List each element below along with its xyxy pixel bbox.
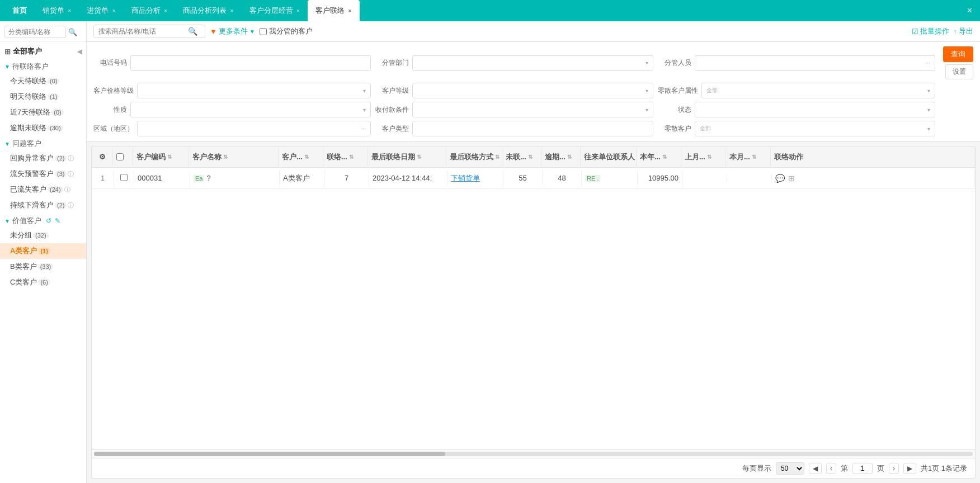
price-level-select[interactable]: ▾ <box>137 83 371 98</box>
close-analysis-icon[interactable]: × <box>164 7 167 14</box>
sidebar-item-declining[interactable]: 持续下滑客户(2) ⓘ <box>0 197 86 213</box>
refresh-icon[interactable]: ↺ <box>46 217 51 225</box>
field-payment-terms: 收付款条件 ▾ <box>375 102 653 117</box>
settings-button[interactable]: 设置 <box>945 64 973 79</box>
field-payment-terms-label: 收付款条件 <box>375 105 409 115</box>
chat-action-icon[interactable]: 💬 <box>775 174 785 183</box>
filter-more-btn[interactable]: ▼ 更多条件 ▼ <box>210 26 255 36</box>
table-row: 1 000031 Ea ? A类客户 <box>92 168 975 189</box>
sidebar-item-7days-pending[interactable]: 近7天待联络(0) <box>0 105 86 120</box>
topbar-item-sales[interactable]: 销货单 × <box>35 0 79 21</box>
th-customer-level[interactable]: 客户... ⇅ <box>279 148 323 167</box>
topbar-label-customer-contact: 客户联络 <box>315 6 345 16</box>
close-all-icon[interactable]: × <box>967 6 972 16</box>
sidebar-item-b-class[interactable]: B类客户(33) <box>0 259 86 274</box>
select-all-checkbox[interactable] <box>116 153 124 160</box>
th-last-month[interactable]: 上月... ⇅ <box>681 148 726 167</box>
sidebar-item-churned[interactable]: 已流失客户(24) ⓘ <box>0 182 86 197</box>
last-page-btn[interactable]: ▶ <box>903 463 916 474</box>
sidebar-item-churn-warning[interactable]: 流失预警客户(3) ⓘ <box>0 166 86 182</box>
close-customer-tier-icon[interactable]: × <box>296 7 300 14</box>
sidebar-all-customers[interactable]: ⊞ 全部客户 ◀ <box>0 42 86 59</box>
sidebar-item-c-class[interactable]: C类客户(6) <box>0 274 86 290</box>
per-page-select[interactable]: 50 100 200 <box>776 462 804 475</box>
th-check <box>113 149 133 165</box>
topbar-label-home: 首页 <box>12 6 27 16</box>
td-last-month-1 <box>682 175 727 182</box>
retail-attr-select[interactable]: 全部 ▾ <box>701 83 935 98</box>
group-title-problem[interactable]: ▼ 问题客户 <box>0 136 86 150</box>
sidebar-item-tomorrow-pending[interactable]: 明天待联络(1) <box>0 89 86 105</box>
filter-search-icon[interactable]: 🔍 <box>188 27 197 36</box>
group-label-problem: 问题客户 <box>12 139 41 149</box>
dept-select[interactable]: ▾ <box>412 55 653 71</box>
th-year-amount[interactable]: 本年... ⇅ <box>637 148 681 167</box>
sidebar-search-icon[interactable]: 🔍 <box>68 28 77 36</box>
td-contact-count-1: 7 <box>324 171 369 186</box>
field-region-label: 区域（地区） <box>93 124 134 134</box>
manager-select[interactable]: ··· <box>695 55 935 71</box>
my-customers-checkbox[interactable] <box>260 28 267 35</box>
payment-terms-select[interactable]: ▾ <box>412 102 653 117</box>
close-purchase-icon[interactable]: × <box>112 7 115 14</box>
topbar-item-home[interactable]: 首页 <box>4 0 35 21</box>
prev-company-tag: RE . <box>585 175 600 182</box>
td-last-contact-way-1: 下销货单 <box>447 170 503 187</box>
group-label-pending: 待联络客户 <box>12 61 49 72</box>
th-last-contact-date[interactable]: 最后联络日期 ⇅ <box>368 148 446 167</box>
group-title-pending[interactable]: ▼ 待联络客户 <box>0 59 86 73</box>
sidebar-item-a-class[interactable]: A类客户(1) <box>0 243 86 259</box>
topbar-item-customer-contact[interactable]: 客户联络 × <box>308 0 359 21</box>
horizontal-scrollbar[interactable] <box>92 449 975 458</box>
td-unlianxi-1: 55 <box>503 171 543 186</box>
th-contact-count[interactable]: 联络... ⇅ <box>323 148 368 167</box>
first-page-btn[interactable]: ◀ <box>809 463 822 474</box>
status-select[interactable]: ▾ <box>695 102 935 117</box>
row-checkbox-1[interactable] <box>120 174 128 181</box>
query-button[interactable]: 查询 <box>943 46 973 62</box>
topbar-item-customer-tier[interactable]: 客户分层经营 × <box>242 0 308 21</box>
batch-ops-btn[interactable]: ☑ 批量操作 <box>912 26 949 36</box>
topbar-item-analysis-list[interactable]: 商品分析列表 × <box>175 0 241 21</box>
th-overdue[interactable]: 逾期... ⇅ <box>541 148 581 167</box>
topbar-item-analysis[interactable]: 商品分析 × <box>124 0 175 21</box>
close-customer-contact-icon[interactable]: × <box>348 7 351 14</box>
th-code[interactable]: 客户编码 ⇅ <box>133 148 189 167</box>
th-prev-company[interactable]: 往来单位联系人 ⇅ <box>581 148 637 167</box>
close-sales-icon[interactable]: × <box>68 7 71 14</box>
th-gear[interactable]: ⚙ <box>92 148 113 165</box>
topbar-label-analysis: 商品分析 <box>131 6 161 16</box>
region-select[interactable]: ··· <box>137 121 371 136</box>
export-btn[interactable]: ↑ 导出 <box>954 26 974 36</box>
item-badge: (30) <box>48 125 63 131</box>
customer-level-select[interactable]: ▾ <box>412 83 653 98</box>
sidebar-search-input[interactable] <box>4 26 66 38</box>
th-name[interactable]: 客户名称 ⇅ <box>189 148 279 167</box>
page-text: 页 <box>877 463 884 473</box>
group-title-value[interactable]: ▼ 价值客户 ↺ ✎ <box>0 213 86 228</box>
phone-input[interactable] <box>130 55 371 71</box>
edit-icon[interactable]: ✎ <box>55 217 60 225</box>
th-this-month[interactable]: 本月... ⇅ <box>726 148 771 167</box>
close-analysis-list-icon[interactable]: × <box>230 7 233 14</box>
sidebar-item-today-pending[interactable]: 今天待联络(0) <box>0 73 86 89</box>
page-number-input[interactable] <box>852 463 873 474</box>
content-area: 🔍 ▼ 更多条件 ▼ 我分管的客户 ☑ 批量操作 ↑ 导出 <box>87 21 980 483</box>
th-no-contact[interactable]: 未联... ⇅ <box>502 148 541 167</box>
sidebar-item-overdue-pending[interactable]: 逾期未联络(30) <box>0 120 86 136</box>
filter-search-input[interactable] <box>98 27 188 35</box>
nature-select[interactable]: ▾ <box>130 102 371 117</box>
th-way-label: 最后联络方式 <box>450 152 493 162</box>
grid-action-icon[interactable]: ⊞ <box>788 174 795 183</box>
way-value[interactable]: 下销货单 <box>451 174 480 182</box>
sidebar-item-repurchase-abnormal[interactable]: 回购异常客户(2) ⓘ <box>0 150 86 166</box>
th-last-contact-way[interactable]: 最后联络方式 ⇅ <box>446 148 502 167</box>
prev-page-btn[interactable]: ‹ <box>826 463 836 474</box>
next-page-btn[interactable]: › <box>889 463 899 474</box>
customer-type-select[interactable] <box>412 121 653 136</box>
field-price-level: 客户价格等级 ▾ <box>93 83 371 98</box>
field-customer-level: 客户等级 ▾ <box>375 83 653 98</box>
sidebar-item-unclassified[interactable]: 未分组(32) <box>0 228 86 243</box>
retail-customer-select[interactable]: 全部 ▾ <box>695 121 935 136</box>
topbar-item-purchase[interactable]: 进货单 × <box>79 0 123 21</box>
